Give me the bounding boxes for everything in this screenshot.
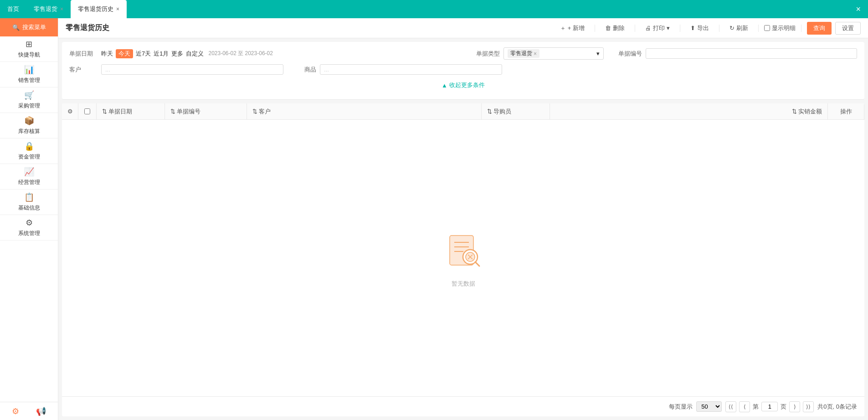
select-all-checkbox[interactable] <box>84 108 90 114</box>
page-prev-button[interactable]: ⟨ <box>739 401 750 412</box>
sidebar-speaker-icon[interactable]: 📢 <box>36 406 46 416</box>
page-header: 零售退货历史 ＋ + 新增 🗑 删除 🖨 打印 ▾ <box>58 18 868 38</box>
sidebar-item-finance[interactable]: 🔒 资金管理 <box>0 138 58 164</box>
sidebar-item-label-system: 系统管理 <box>18 230 40 237</box>
filter-row-customer: 客户 ... 商品 ... <box>69 64 857 75</box>
empty-illustration <box>441 229 486 274</box>
divider4 <box>719 25 719 32</box>
customer-select[interactable]: ... <box>101 64 283 75</box>
th-check[interactable] <box>78 103 97 119</box>
collapse-label: 收起更多条件 <box>449 81 485 89</box>
top-tab-bar: 首页 零售退货 × 零售退货历史 × × <box>0 0 868 18</box>
divider5 <box>758 25 759 32</box>
page-input[interactable] <box>761 402 778 411</box>
bill-type-select[interactable]: 零售退货 × ▾ <box>503 47 604 60</box>
operation-icon: 📈 <box>24 167 34 177</box>
add-icon: ＋ <box>560 24 566 32</box>
total-label: 共0页, 0条记录 <box>817 403 857 411</box>
show-detail-checkbox[interactable]: 显示明细 <box>764 24 796 32</box>
date-opt-more[interactable]: 更多 <box>171 50 183 58</box>
collapse-button[interactable]: ▲ 收起更多条件 <box>436 79 490 91</box>
purchase-mgmt-icon: 🛒 <box>24 90 34 100</box>
sidebar-setting-icon[interactable]: ⚙ <box>12 406 19 416</box>
sidebar-item-label-purchase-mgmt: 采购管理 <box>18 102 40 110</box>
date-opt-custom[interactable]: 自定义 <box>186 50 204 58</box>
sidebar-search[interactable]: 🔍 搜索菜单 <box>0 18 58 36</box>
th-amount-text: 实销金额 <box>798 108 822 116</box>
show-detail-input[interactable] <box>764 25 770 31</box>
sidebar-item-system[interactable]: ⚙ 系统管理 <box>0 215 58 241</box>
bill-no-input[interactable] <box>646 48 857 59</box>
print-dropdown-icon: ▾ <box>667 25 670 31</box>
per-page-label: 每页显示 <box>669 403 693 411</box>
filter-row-date: 单据日期 昨天 今天 近7天 近1月 更多 自定义 2023-06-02 至 2… <box>69 47 857 60</box>
th-ops-text: 操作 <box>840 108 852 116</box>
th-amount-sort-icon: ⇅ <box>792 108 797 115</box>
sidebar-item-sales-mgmt[interactable]: 📊 销售管理 <box>0 62 58 87</box>
th-settings[interactable]: ⚙ <box>62 103 78 119</box>
bill-type-remove-icon[interactable]: × <box>534 51 537 57</box>
add-button[interactable]: ＋ + 新增 <box>555 22 589 34</box>
tab-retail-return-history-label: 零售退货历史 <box>78 5 113 13</box>
th-bill-no[interactable]: ⇅ 单据编号 <box>165 103 247 119</box>
goods-select[interactable]: ... <box>320 64 502 75</box>
th-guide[interactable]: ⇅ 导购员 <box>482 103 550 119</box>
tab-retail-return[interactable]: 零售退货 × <box>26 0 71 18</box>
tab-retail-return-history-close[interactable]: × <box>116 6 119 12</box>
quick-nav-icon: ⊞ <box>26 39 32 49</box>
tab-retail-return-close[interactable]: × <box>60 6 63 12</box>
date-opt-last1month[interactable]: 近1月 <box>154 50 169 58</box>
tab-home[interactable]: 首页 <box>0 0 26 18</box>
page-last-button[interactable]: ⟩⟩ <box>803 401 814 412</box>
tab-home-label: 首页 <box>7 5 19 13</box>
th-customer-sort-icon: ⇅ <box>252 108 257 115</box>
sidebar-item-label-inventory: 库存核算 <box>18 128 40 135</box>
sidebar-item-quick-nav[interactable]: ⊞ 快捷导航 <box>0 36 58 62</box>
window-close-icon[interactable]: × <box>856 5 861 14</box>
show-detail-label: 显示明细 <box>772 24 796 32</box>
th-date[interactable]: ⇅ 单据日期 <box>97 103 165 119</box>
sidebar-item-purchase-mgmt[interactable]: 🛒 采购管理 <box>0 87 58 113</box>
sidebar-item-operation[interactable]: 📈 经营管理 <box>0 164 58 190</box>
export-button[interactable]: ⬆ 导出 <box>686 22 714 34</box>
table-header: ⚙ ⇅ 单据日期 ⇅ 单据编号 ⇅ 客户 ⇅ <box>62 103 864 120</box>
sidebar-item-label-quick-nav: 快捷导航 <box>18 51 40 59</box>
date-opt-last7days[interactable]: 近7天 <box>136 50 151 58</box>
delete-icon: 🗑 <box>605 25 611 31</box>
page-next-button[interactable]: ⟩ <box>789 401 800 412</box>
tab-retail-return-label: 零售退货 <box>34 5 57 13</box>
finance-icon: 🔒 <box>24 141 34 151</box>
setting-button[interactable]: 设置 <box>835 22 861 35</box>
print-button[interactable]: 🖨 打印 ▾ <box>641 22 674 34</box>
divider6 <box>801 25 801 32</box>
date-opt-yesterday[interactable]: 昨天 <box>101 50 113 58</box>
divider2 <box>635 25 635 32</box>
svg-line-7 <box>475 262 479 266</box>
sidebar-item-inventory[interactable]: 📦 库存核算 <box>0 113 58 138</box>
refresh-icon: ↻ <box>729 25 734 31</box>
page-nav: ⟨⟨ ⟨ 第 页 ⟩ ⟩⟩ <box>725 401 814 412</box>
refresh-button[interactable]: ↻ 刷新 <box>725 22 753 34</box>
date-opt-today[interactable]: 今天 <box>116 49 133 58</box>
sidebar-item-basic-info[interactable]: 📋 基础信息 <box>0 190 58 215</box>
search-icon: 🔍 <box>12 24 20 31</box>
sidebar-search-label: 搜索菜单 <box>22 23 46 31</box>
query-button[interactable]: 查询 <box>807 22 832 35</box>
delete-button[interactable]: 🗑 删除 <box>601 22 629 34</box>
th-amount[interactable]: ⇅ 实销金额 <box>773 103 828 119</box>
th-date-text: 单据日期 <box>108 108 132 116</box>
date-options: 昨天 今天 近7天 近1月 更多 自定义 2023-06-02 至 2023-0… <box>101 49 273 58</box>
page-unit: 页 <box>781 403 786 411</box>
th-guide-sort-icon: ⇅ <box>487 108 492 115</box>
page-first-button[interactable]: ⟨⟨ <box>725 401 736 412</box>
table-area: ⚙ ⇅ 单据日期 ⇅ 单据编号 ⇅ 客户 ⇅ <box>62 103 864 416</box>
empty-state: 暂无数据 <box>62 120 864 396</box>
content-area: 零售退货历史 ＋ + 新增 🗑 删除 🖨 打印 ▾ <box>58 18 868 420</box>
bill-type-value: 零售退货 <box>510 50 532 57</box>
tab-retail-return-history[interactable]: 零售退货历史 × <box>71 0 127 18</box>
customer-label: 客户 <box>69 66 101 74</box>
th-customer[interactable]: ⇅ 客户 <box>247 103 482 119</box>
per-page-select[interactable]: 50 100 200 <box>696 401 722 412</box>
th-customer-text: 客户 <box>259 108 271 116</box>
settings-icon: ⚙ <box>67 108 73 115</box>
